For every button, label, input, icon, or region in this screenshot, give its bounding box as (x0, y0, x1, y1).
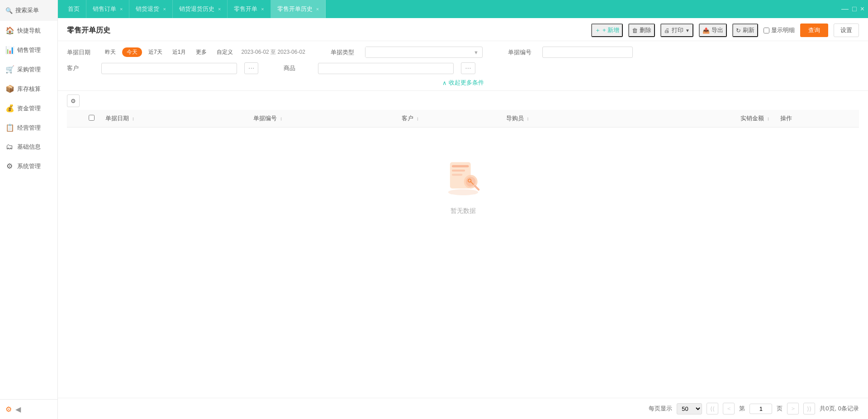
tab-home-label: 首页 (68, 5, 80, 13)
first-page-btn[interactable]: ⟨⟨ (707, 403, 718, 414)
box-icon: 📦 (5, 85, 14, 93)
svg-rect-2 (452, 165, 469, 167)
sort-date-icon[interactable]: ↕ (132, 116, 135, 121)
tab-retail-open[interactable]: 零售开单 × (228, 0, 270, 18)
sort-guide-icon[interactable]: ↕ (526, 116, 529, 121)
sidebar-item-inventory[interactable]: 📦 库存核算 (0, 79, 57, 99)
type-filter-select[interactable]: ▼ (365, 47, 483, 58)
date-btn-more[interactable]: 更多 (192, 47, 210, 57)
print-button[interactable]: 🖨 打印 ▼ (660, 24, 693, 37)
sidebar-item-sys-mgmt[interactable]: ⚙ 系统管理 (0, 156, 57, 176)
add-button[interactable]: ＋ + 新增 (591, 24, 623, 37)
show-detail-input[interactable] (764, 28, 769, 33)
print-icon: 🖨 (664, 27, 670, 34)
goods-filter-input[interactable] (318, 63, 454, 74)
th-customer-label: 客户 (402, 115, 413, 122)
date-btn-month[interactable]: 近1月 (169, 47, 190, 57)
collapse-sidebar-icon[interactable]: ◀ (15, 405, 21, 414)
page-title: 零售开单历史 (67, 26, 110, 35)
tab-sales-return-history[interactable]: 销货退货历史 × (173, 0, 228, 18)
sidebar-item-basic-info[interactable]: 🗂 基础信息 (0, 137, 57, 156)
tab-home[interactable]: 首页 (62, 0, 86, 18)
main-area: 首页 销售订单 × 销货退货 × 销货退货历史 × 零售开单 × 零售开单历史 … (58, 0, 868, 419)
filter-section: 单据日期 昨天 今天 近7天 近1月 更多 自定义 2023-06-02 至 2… (58, 41, 868, 91)
prev-page-btn[interactable]: ＜ (723, 403, 735, 414)
date-btn-today[interactable]: 今天 (122, 47, 142, 57)
maximize-btn[interactable]: □ (852, 5, 857, 13)
tab-sales-order-close[interactable]: × (120, 6, 123, 12)
th-settings (67, 110, 83, 127)
collapse-btn[interactable]: ∧ 收起更多条件 (67, 79, 859, 87)
sort-amount-icon[interactable]: ↕ (767, 116, 770, 121)
last-page-btn[interactable]: ⟩⟩ (803, 403, 815, 414)
customer-filter-input[interactable] (101, 63, 237, 74)
money-icon: 💰 (5, 104, 14, 113)
sidebar-item-purchase-mgmt[interactable]: 🛒 采购管理 (0, 60, 57, 79)
data-table: 单据日期 ↕ 单据编号 ↕ 客户 ↕ (67, 110, 859, 127)
goods-dots-btn[interactable]: ··· (461, 62, 475, 74)
sidebar-item-quick-nav[interactable]: 🏠 快捷导航 (0, 21, 57, 40)
sidebar-search[interactable]: 🔍 搜索采单 (0, 0, 57, 21)
show-detail-checkbox[interactable]: 显示明细 (764, 26, 795, 34)
minimize-btn[interactable]: — (841, 5, 849, 13)
print-label: 打印 (672, 26, 683, 34)
type-filter-label: 单据类型 (331, 48, 358, 56)
per-page-select[interactable]: 50 20 100 (677, 403, 702, 414)
sidebar-item-sales-mgmt[interactable]: 📊 销售管理 (0, 40, 57, 60)
tab-sales-return-history-close[interactable]: × (218, 6, 221, 12)
table-section: ⚙ 单据日期 ↕ (58, 91, 868, 398)
type-filter-input[interactable] (365, 47, 470, 57)
th-guide-label: 导购员 (506, 115, 524, 122)
collapse-arrow-icon: ∧ (442, 80, 447, 86)
date-range-text: 2023-06-02 至 2023-06-02 (241, 48, 305, 56)
th-amount-label: 实销金额 (740, 115, 764, 122)
tab-sales-order-label: 销售订单 (93, 5, 116, 13)
query-button[interactable]: 查询 (800, 24, 828, 37)
sidebar-search-label: 搜索采单 (15, 6, 39, 14)
tab-retail-open-close[interactable]: × (261, 6, 264, 12)
page-label: 页 (777, 405, 783, 413)
sidebar: 🔍 搜索采单 🏠 快捷导航 📊 销售管理 🛒 采购管理 📦 库存核算 💰 资金管… (0, 0, 58, 419)
sidebar-item-label: 快捷导航 (17, 27, 41, 35)
sort-number-icon[interactable]: ↕ (280, 116, 283, 121)
delete-icon: 🗑 (632, 27, 638, 34)
date-btn-yesterday[interactable]: 昨天 (101, 47, 119, 57)
sidebar-item-operation[interactable]: 📋 经营管理 (0, 118, 57, 137)
print-arrow-icon: ▼ (685, 28, 690, 33)
number-filter-input[interactable] (542, 47, 633, 58)
table-wrap: 单据日期 ↕ 单据编号 ↕ 客户 ↕ (67, 110, 859, 398)
sort-customer-icon[interactable]: ↕ (416, 116, 419, 121)
svg-rect-3 (452, 169, 465, 171)
date-btn-7days[interactable]: 近7天 (145, 47, 166, 57)
next-page-btn[interactable]: ＞ (787, 403, 799, 414)
empty-icon (441, 155, 486, 200)
sidebar-item-label: 经营管理 (17, 124, 41, 132)
sidebar-bottom: ⚙ ◀ (0, 399, 57, 419)
sidebar-item-finance[interactable]: 💰 资金管理 (0, 99, 57, 118)
tab-sales-return-history-label: 销货退货历史 (179, 5, 214, 13)
delete-label: 删除 (640, 26, 651, 34)
refresh-label: 刷新 (743, 26, 754, 34)
table-config-button[interactable]: ⚙ (67, 94, 80, 107)
tab-retail-history-label: 零售开单历史 (277, 5, 313, 13)
tab-sales-order[interactable]: 销售订单 × (86, 0, 129, 18)
page-header: 零售开单历史 ＋ + 新增 🗑 删除 🖨 打印 ▼ 📤 导出 (58, 18, 868, 41)
close-btn[interactable]: × (860, 5, 864, 13)
tab-retail-history-close[interactable]: × (316, 6, 319, 12)
top-nav: 首页 销售订单 × 销货退货 × 销货退货历史 × 零售开单 × 零售开单历史 … (58, 0, 868, 18)
date-btn-custom[interactable]: 自定义 (213, 47, 237, 57)
page-number-input[interactable] (749, 404, 772, 414)
refresh-button[interactable]: ↻ 刷新 (732, 24, 758, 37)
tab-sales-return-close[interactable]: × (163, 6, 166, 12)
customer-dots-btn[interactable]: ··· (244, 62, 258, 74)
export-button[interactable]: 📤 导出 (699, 24, 727, 37)
set-button[interactable]: 设置 (834, 24, 859, 37)
delete-button[interactable]: 🗑 删除 (628, 24, 655, 37)
select-all-checkbox[interactable] (89, 115, 95, 121)
tab-sales-return[interactable]: 销货退货 × (129, 0, 172, 18)
table-header: 单据日期 ↕ 单据编号 ↕ 客户 ↕ (67, 110, 859, 127)
tab-sales-return-label: 销货退货 (136, 5, 159, 13)
tab-retail-history[interactable]: 零售开单历史 × (271, 0, 326, 18)
settings-icon[interactable]: ⚙ (5, 405, 12, 414)
type-select-arrow-icon[interactable]: ▼ (470, 48, 482, 57)
